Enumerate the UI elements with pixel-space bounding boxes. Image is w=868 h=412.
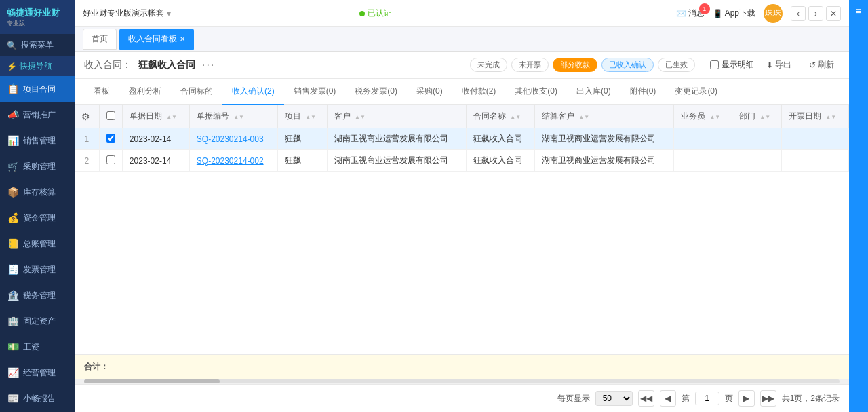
dept-sort-icon[interactable]: ▲▼ <box>760 114 770 120</box>
col-result-customer-header[interactable]: 结算客户 ▲▼ <box>534 105 673 128</box>
sub-tab-0[interactable]: 看板 <box>84 79 119 104</box>
salesperson-sort-icon[interactable]: ▲▼ <box>709 114 720 120</box>
sidebar-item-6[interactable]: 📒总账管理 <box>0 231 75 257</box>
row-contract-0: 狂飙收入合同 <box>466 128 534 150</box>
nav-forward-button[interactable]: › <box>808 6 823 21</box>
col-settings: ⚙ <box>75 105 99 128</box>
right-panel-button[interactable]: ≡ <box>850 3 867 19</box>
page-title-label: 收入合同： <box>84 59 132 71</box>
tab-income-contract[interactable]: 收入合同看板 ✕ <box>119 29 194 50</box>
display-toggle[interactable]: 显示明细 <box>710 59 754 71</box>
col-invoice-date-header[interactable]: 开票日期 ▲▼ <box>781 105 848 128</box>
per-page-select[interactable]: 50 100 <box>595 391 633 406</box>
tab-close-icon[interactable]: ✕ <box>180 35 185 43</box>
sidebar-item-7[interactable]: 🧾发票管理 <box>0 257 75 282</box>
user-avatar[interactable]: 珠珠 <box>764 4 783 23</box>
row-code-0[interactable]: SQ-20230214-003 <box>189 128 277 150</box>
status-effective[interactable]: 已生效 <box>658 58 695 72</box>
row-checkbox-0[interactable] <box>99 128 122 150</box>
sub-tab-4[interactable]: 销售发票(0) <box>284 79 346 104</box>
first-page-button[interactable]: ◀◀ <box>638 390 654 407</box>
select-all-checkbox[interactable] <box>106 111 115 120</box>
sidebar-quicknav[interactable]: ⚡ 快捷导航 <box>0 56 75 76</box>
status-uninvoiced[interactable]: 未开票 <box>511 58 549 72</box>
col-customer-header[interactable]: 客户 ▲▼ <box>327 105 466 128</box>
nav-icon-10: 💵 <box>7 341 19 353</box>
last-page-button[interactable]: ▶▶ <box>760 390 776 407</box>
invoice-date-sort-icon[interactable]: ▲▼ <box>825 114 836 120</box>
sidebar-item-10[interactable]: 💵工资 <box>0 334 75 360</box>
sub-tab-2[interactable]: 合同标的 <box>171 79 222 104</box>
status-confirmed[interactable]: 已收入确认 <box>601 58 654 72</box>
sidebar-item-12[interactable]: 📰小畅报告 <box>0 386 75 411</box>
col-dept-header[interactable]: 部门 ▲▼ <box>732 105 782 128</box>
sidebar-item-5[interactable]: 💰资金管理 <box>0 205 75 231</box>
sub-tab-3[interactable]: 收入确认(2) <box>222 79 284 104</box>
tab-home[interactable]: 首页 <box>83 29 117 50</box>
row-checkbox-1[interactable] <box>99 150 122 172</box>
page-label-after: 页 <box>725 393 733 405</box>
col-code-header[interactable]: 单据编号 ▲▼ <box>189 105 277 128</box>
nav-label-7: 发票管理 <box>23 264 56 276</box>
sidebar-item-0[interactable]: 📋项目合同 <box>0 76 75 102</box>
col-contract-header[interactable]: 合同名称 ▲▼ <box>466 105 534 128</box>
col-salesperson-header[interactable]: 业务员 ▲▼ <box>674 105 732 128</box>
more-options-button[interactable]: ··· <box>202 59 215 71</box>
sidebar-item-1[interactable]: 📣营销推广 <box>0 102 75 128</box>
sub-tab-8[interactable]: 其他收支(0) <box>505 79 567 104</box>
per-page-label: 每页显示 <box>557 393 590 405</box>
sub-tab-6[interactable]: 采购(0) <box>407 79 452 104</box>
col-date-header[interactable]: 单据日期 ▲▼ <box>122 105 189 128</box>
settings-icon[interactable]: ⚙ <box>81 111 90 122</box>
sub-tab-10[interactable]: 附件(0) <box>620 79 666 104</box>
sub-tab-9[interactable]: 出入库(0) <box>567 79 620 104</box>
nav-icon-5: 💰 <box>7 212 19 224</box>
result-sort-icon[interactable]: ▲▼ <box>578 114 589 120</box>
sidebar-item-11[interactable]: 📈经营管理 <box>0 360 75 386</box>
status-partial-payment[interactable]: 部分收款 <box>553 58 597 72</box>
row-invoice-date-1 <box>781 150 848 172</box>
row-dept-1 <box>732 150 782 172</box>
export-label: 导出 <box>775 59 791 71</box>
company-selector[interactable]: 好业财专业版演示帐套 ▾ <box>83 7 353 19</box>
display-toggle-checkbox[interactable] <box>710 60 719 69</box>
horizontal-scrollbar[interactable] <box>75 379 849 384</box>
row-code-1[interactable]: SQ-20230214-002 <box>189 150 277 172</box>
customer-sort-icon[interactable]: ▲▼ <box>355 114 366 120</box>
table-row[interactable]: 1 2023-02-14 SQ-20230214-003 狂飙 湖南卫视商业运营… <box>75 128 849 150</box>
sub-tab-1[interactable]: 盈利分析 <box>119 79 171 104</box>
nav-label-11: 经营管理 <box>23 367 56 379</box>
table-row[interactable]: 2 2023-02-14 SQ-20230214-002 狂飙 湖南卫视商业运营… <box>75 150 849 172</box>
sub-tab-5[interactable]: 税务发票(0) <box>345 79 407 104</box>
sidebar-item-9[interactable]: 🏢固定资产 <box>0 308 75 334</box>
app-download-button[interactable]: 📱 App下载 <box>713 7 755 19</box>
nav-close-button[interactable]: ✕ <box>826 6 841 21</box>
page-number-input[interactable] <box>695 392 719 405</box>
contract-sort-icon[interactable]: ▲▼ <box>510 114 521 120</box>
sub-tab-7[interactable]: 收付款(2) <box>452 79 506 104</box>
scrollbar-thumb[interactable] <box>84 379 220 383</box>
sidebar-item-4[interactable]: 📦库存核算 <box>0 179 75 205</box>
sidebar-logo: 畅捷通好业财 专业版 <box>0 0 75 34</box>
status-unfinished[interactable]: 未完成 <box>470 58 507 72</box>
col-project-header[interactable]: 项目 ▲▼ <box>277 105 327 128</box>
sidebar-item-8[interactable]: 🏦税务管理 <box>0 282 75 308</box>
next-page-button[interactable]: ▶ <box>738 390 755 407</box>
certified-badge: 已认证 <box>359 7 392 19</box>
refresh-button[interactable]: ↺ 刷新 <box>804 57 840 73</box>
download-icon: 📱 <box>713 9 723 18</box>
sidebar-item-2[interactable]: 📊销售管理 <box>0 128 75 153</box>
search-label: 搜索菜单 <box>21 39 54 51</box>
code-sort-icon[interactable]: ▲▼ <box>233 114 244 120</box>
project-sort-icon[interactable]: ▲▼ <box>305 114 316 120</box>
sidebar-search[interactable]: 🔍 搜索菜单 <box>0 34 75 56</box>
message-button[interactable]: ✉️ 1 消息 <box>676 7 705 19</box>
prev-page-button[interactable]: ◀ <box>660 390 676 407</box>
nav-back-button[interactable]: ‹ <box>791 6 806 21</box>
page-header: 收入合同： 狂飙收入合同 ··· 未完成 未开票 部分收款 已收入确认 已生效 … <box>75 52 849 79</box>
date-sort-icon[interactable]: ▲▼ <box>166 114 177 120</box>
sidebar-item-3[interactable]: 🛒采购管理 <box>0 153 75 179</box>
row-customer-1: 湖南卫视商业运营发展有限公司 <box>327 150 466 172</box>
sub-tab-11[interactable]: 变更记录(0) <box>665 79 727 104</box>
export-button[interactable]: ⬇ 导出 <box>761 57 797 73</box>
